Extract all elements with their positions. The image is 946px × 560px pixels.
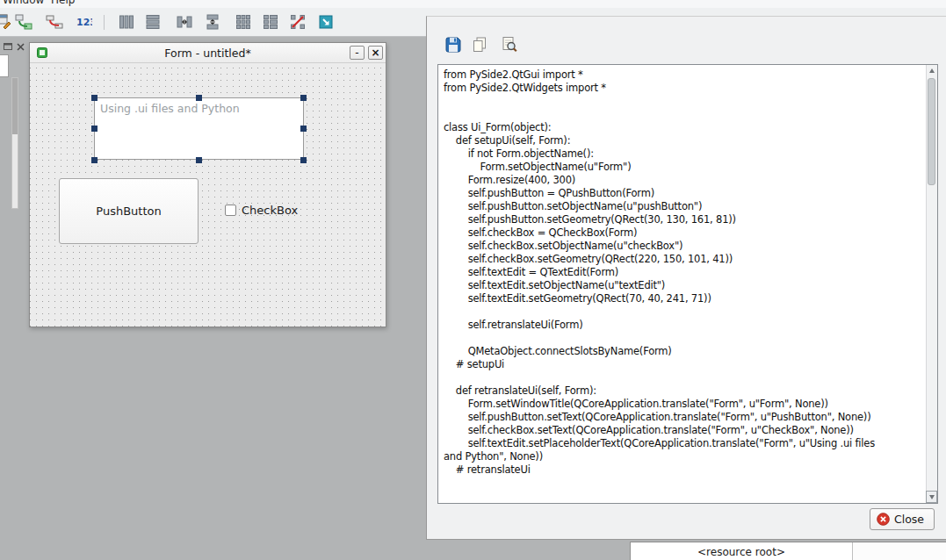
edit-widgets-icon	[0, 13, 12, 31]
adjust-size-icon	[317, 13, 335, 31]
adjust-size-button[interactable]	[314, 11, 337, 33]
close-button[interactable]: Close	[870, 508, 935, 530]
dock-float-button[interactable]	[2, 40, 14, 53]
dock-scrollbar-thumb[interactable]	[12, 78, 18, 134]
layout-grid-button[interactable]	[232, 11, 255, 33]
selection-handle-middle-right[interactable]	[300, 126, 307, 132]
menubar: Window Help	[0, 0, 946, 8]
scroll-down-icon	[929, 495, 935, 499]
form-window-title: Form - untitled*	[30, 47, 386, 60]
layout-form-button[interactable]	[259, 11, 282, 33]
selection-handle-bottom-left[interactable]	[91, 157, 97, 163]
form-minimize-button[interactable]: -	[350, 46, 365, 60]
pushbutton-widget[interactable]: PushButton	[59, 178, 199, 244]
code-preview-dialog: from PySide2.QtGui import * from PySide2…	[426, 16, 946, 540]
scroll-up-icon[interactable]	[929, 68, 935, 73]
selection-handle-top-left[interactable]	[91, 95, 97, 101]
selection-handle-middle-left[interactable]	[91, 126, 97, 132]
layout-splitter-vertical-button[interactable]	[201, 11, 224, 33]
break-layout-button[interactable]	[286, 11, 309, 33]
edit-buddies-button[interactable]	[43, 11, 66, 33]
toolbar-separator	[104, 15, 105, 30]
layout-splitter-horizontal-icon	[176, 13, 193, 31]
textedit-widget[interactable]: Using .ui files and Python	[94, 97, 304, 160]
edit-signals-slots-icon	[15, 13, 32, 31]
code-viewer[interactable]: from PySide2.QtGui import * from PySide2…	[437, 64, 938, 504]
menu-window[interactable]: Window	[3, 0, 44, 8]
edit-signals-slots-button[interactable]	[12, 11, 35, 33]
checkbox-indicator[interactable]	[225, 205, 236, 216]
layout-grid-icon	[235, 13, 252, 31]
code-scrollbar[interactable]	[926, 65, 937, 503]
form-close-button[interactable]: ×	[368, 46, 383, 60]
dock-close-button[interactable]	[14, 40, 26, 53]
save-button[interactable]	[442, 33, 464, 55]
selection-handle-bottom-right[interactable]	[300, 157, 307, 163]
copy-icon	[470, 35, 489, 54]
checkbox-label: CheckBox	[242, 204, 298, 217]
form-window-controls: - ×	[350, 46, 383, 60]
break-layout-icon	[289, 13, 307, 31]
find-button[interactable]	[498, 33, 520, 55]
scroll-down-button[interactable]	[926, 491, 937, 503]
qt-designer-screen: Window Help 1	[0, 0, 946, 560]
menu-help[interactable]: Help	[51, 0, 75, 8]
generated-python-code[interactable]: from PySide2.QtGui import * from PySide2…	[438, 65, 926, 503]
form-canvas[interactable]: Using .ui files and Python PushButton Ch…	[30, 63, 386, 327]
layout-horizontal-button[interactable]	[115, 11, 138, 33]
dock-float-icon	[3, 41, 13, 52]
pushbutton-label: PushButton	[96, 205, 161, 218]
edit-buddies-icon	[46, 13, 63, 31]
layout-splitter-vertical-icon	[204, 13, 221, 31]
resource-root-item[interactable]: <resource root>	[631, 542, 853, 560]
selection-handle-top-right[interactable]	[300, 95, 307, 101]
dock-scrollbar[interactable]	[11, 77, 18, 209]
layout-vertical-button[interactable]	[141, 11, 164, 33]
edit-tab-order-button[interactable]: 123	[72, 11, 95, 33]
form-editor-window: Form - untitled* - × Using .ui files and…	[29, 42, 386, 327]
find-icon	[500, 35, 519, 54]
layout-vertical-icon	[144, 13, 162, 31]
dock-filter-field[interactable]	[0, 54, 9, 77]
copy-button[interactable]	[468, 33, 490, 55]
code-scrollbar-thumb[interactable]	[928, 78, 935, 185]
selection-handle-bottom-middle[interactable]	[196, 157, 202, 163]
edit-tab-order-icon: 123	[75, 13, 92, 31]
svg-text:123: 123	[76, 17, 92, 28]
layout-splitter-horizontal-button[interactable]	[173, 11, 196, 33]
form-window-titlebar[interactable]: Form - untitled* - ×	[30, 43, 386, 63]
close-circle-icon	[877, 513, 890, 526]
layout-horizontal-icon	[118, 13, 135, 31]
resource-browser-panel: <resource root>	[630, 542, 946, 560]
save-icon	[444, 35, 463, 54]
close-button-label: Close	[894, 513, 924, 526]
textedit-placeholder: Using .ui files and Python	[100, 102, 240, 115]
dock-close-icon	[16, 42, 25, 52]
layout-form-icon	[262, 13, 279, 31]
selection-handle-top-middle[interactable]	[196, 95, 202, 101]
checkbox-widget[interactable]: CheckBox	[225, 204, 298, 217]
